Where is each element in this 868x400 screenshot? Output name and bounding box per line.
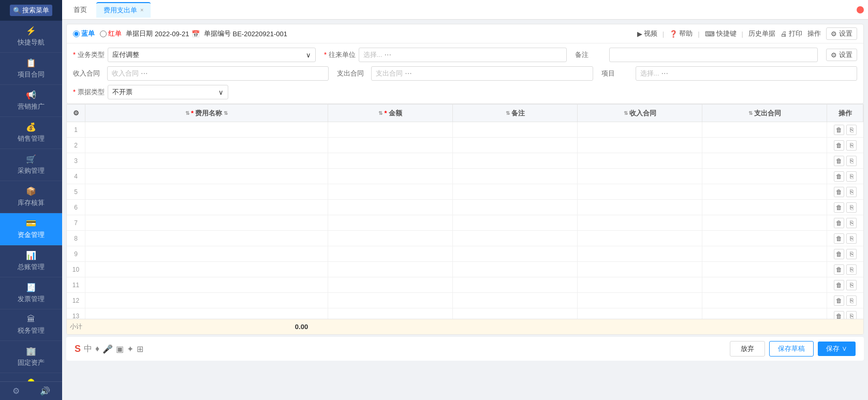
sidebar-item-project-contract[interactable]: 📋 项目合同 (0, 53, 62, 85)
td-income-contract[interactable] (578, 153, 702, 168)
td-expense-name[interactable] (85, 138, 328, 153)
invoice-type-select[interactable]: 不开票 ∨ (108, 85, 228, 99)
td-amount[interactable] (328, 308, 453, 319)
td-income-contract[interactable] (578, 200, 702, 215)
td-expense-contract[interactable] (702, 277, 827, 292)
row-delete-button[interactable]: 🗑 (834, 264, 844, 275)
sidebar-item-quick-nav[interactable]: ⚡ 快捷导航 (0, 21, 62, 53)
window-close-button[interactable] (857, 6, 864, 13)
sidebar-item-fixed-assets[interactable]: 🏢 固定资产 (0, 341, 62, 373)
td-expense-name[interactable] (85, 122, 328, 137)
brand-icon-zhong[interactable]: 中 (84, 344, 92, 354)
td-amount[interactable] (328, 293, 453, 308)
row-delete-button[interactable]: 🗑 (834, 171, 844, 182)
brand-icon-mic[interactable]: 🎤 (102, 344, 113, 354)
row-copy-button[interactable]: ⎘ (846, 311, 857, 319)
remark-input[interactable] (609, 48, 818, 62)
operation-btn[interactable]: 操作 (807, 29, 821, 38)
td-expense-contract[interactable] (702, 293, 827, 308)
td-note[interactable] (453, 184, 578, 199)
row-delete-button[interactable]: 🗑 (834, 187, 844, 197)
row-copy-button[interactable]: ⎘ (846, 264, 857, 275)
sidebar-item-marketing[interactable]: 📢 营销推广 (0, 85, 62, 117)
radio-blue-input[interactable] (73, 31, 80, 37)
sidebar-item-invoice[interactable]: 🧾 发票管理 (0, 277, 62, 309)
td-income-contract[interactable] (578, 215, 702, 230)
sidebar-item-ledger[interactable]: 📊 总账管理 (0, 245, 62, 277)
save-draft-button[interactable]: 保存草稿 (769, 341, 814, 357)
help-btn[interactable]: ❓ 帮助 (669, 29, 693, 38)
print-btn[interactable]: 🖨 打印 (781, 29, 802, 38)
td-amount[interactable] (328, 277, 453, 292)
td-amount[interactable] (328, 138, 453, 153)
row-copy-button[interactable]: ⎘ (846, 295, 857, 306)
td-note[interactable] (453, 277, 578, 292)
td-expense-name[interactable] (85, 308, 328, 319)
td-income-contract[interactable] (578, 169, 702, 184)
td-expense-name[interactable] (85, 231, 328, 246)
brand-icon-grid[interactable]: ⊞ (137, 344, 143, 354)
expense-contract-input[interactable]: 支出合同 ··· (371, 66, 593, 81)
row-copy-button[interactable]: ⎘ (846, 233, 857, 244)
td-income-contract[interactable] (578, 231, 702, 246)
brand-icon-diamond[interactable]: ♦ (95, 344, 99, 353)
td-income-contract[interactable] (578, 308, 702, 319)
shortcut-btn[interactable]: ⌨ 快捷键 (705, 29, 737, 38)
video-btn[interactable]: ▶ 视频 (637, 29, 657, 38)
td-income-contract[interactable] (578, 293, 702, 308)
td-expense-contract[interactable] (702, 262, 827, 277)
tab-home[interactable]: 首页 (66, 2, 94, 18)
sidebar-item-capital[interactable]: 💳 资金管理 (0, 213, 62, 245)
td-note[interactable] (453, 122, 578, 137)
row-delete-button[interactable]: 🗑 (834, 280, 844, 290)
td-note[interactable] (453, 169, 578, 184)
tab-expense[interactable]: 费用支出单 × (96, 2, 151, 18)
td-income-contract[interactable] (578, 262, 702, 277)
project-input[interactable]: 选择... ··· (636, 66, 857, 81)
sidebar-item-purchase[interactable]: 🛒 采购管理 (0, 149, 62, 181)
row-copy-button[interactable]: ⎘ (846, 125, 857, 135)
row-delete-button[interactable]: 🗑 (834, 233, 844, 244)
row-copy-button[interactable]: ⎘ (846, 156, 857, 166)
row-delete-button[interactable]: 🗑 (834, 202, 844, 213)
td-expense-name[interactable] (85, 169, 328, 184)
row-copy-button[interactable]: ⎘ (846, 202, 857, 213)
td-amount[interactable] (328, 153, 453, 168)
th-gear[interactable]: ⚙ (67, 105, 85, 122)
radio-red-label[interactable]: 红单 (100, 29, 122, 38)
td-amount[interactable] (328, 231, 453, 246)
row-copy-button[interactable]: ⎘ (846, 249, 857, 259)
td-expense-name[interactable] (85, 277, 328, 292)
business-type-select[interactable]: 应付调整 ∨ (108, 48, 316, 62)
td-expense-contract[interactable] (702, 169, 827, 184)
settings-button[interactable]: ⚙ 设置 (826, 27, 857, 40)
history-btn[interactable]: 历史单据 (748, 29, 775, 38)
td-expense-contract[interactable] (702, 215, 827, 230)
td-expense-contract[interactable] (702, 308, 827, 319)
td-expense-contract[interactable] (702, 231, 827, 246)
td-amount[interactable] (328, 200, 453, 215)
td-expense-name[interactable] (85, 200, 328, 215)
td-expense-contract[interactable] (702, 122, 827, 137)
td-note[interactable] (453, 308, 578, 319)
sidebar-item-sales[interactable]: 💰 销售管理 (0, 117, 62, 149)
td-income-contract[interactable] (578, 184, 702, 199)
row-delete-button[interactable]: 🗑 (834, 311, 844, 319)
td-expense-contract[interactable] (702, 153, 827, 168)
calendar-icon[interactable]: 📅 (192, 30, 200, 38)
row-delete-button[interactable]: 🗑 (834, 295, 844, 306)
td-income-contract[interactable] (578, 246, 702, 261)
radio-blue-label[interactable]: 蓝单 (73, 29, 95, 38)
radio-red-input[interactable] (100, 31, 107, 37)
td-expense-name[interactable] (85, 184, 328, 199)
td-expense-name[interactable] (85, 153, 328, 168)
row-copy-button[interactable]: ⎘ (846, 280, 857, 290)
td-income-contract[interactable] (578, 277, 702, 292)
tab-close-icon[interactable]: × (140, 7, 143, 13)
row-delete-button[interactable]: 🗑 (834, 156, 844, 166)
save-button[interactable]: 保存 ∨ (818, 342, 856, 356)
sidebar-item-salary[interactable]: 👷 工资 (0, 373, 62, 381)
td-expense-contract[interactable] (702, 138, 827, 153)
td-amount[interactable] (328, 262, 453, 277)
td-expense-name[interactable] (85, 293, 328, 308)
